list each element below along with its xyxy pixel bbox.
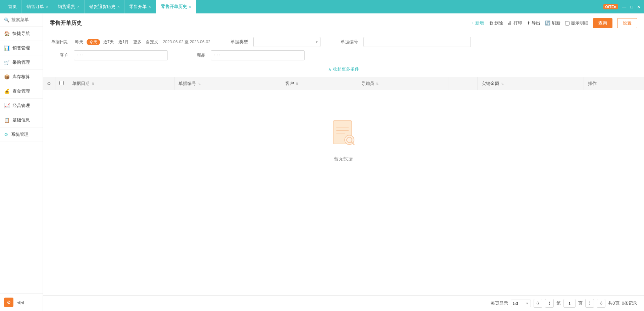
th-customer[interactable]: 客户 ⇅ xyxy=(281,77,357,90)
tab-return-close[interactable]: × xyxy=(77,5,79,9)
window-maximize[interactable]: □ xyxy=(630,4,633,9)
show-detail-input[interactable] xyxy=(565,21,569,25)
date-today[interactable]: 今天 xyxy=(87,39,100,45)
sidebar-item-label: 库存核算 xyxy=(12,74,30,80)
settings-gear-button[interactable]: ⚙ xyxy=(4,298,13,307)
refresh-button[interactable]: 🔄 刷新 xyxy=(545,20,560,26)
tab-retail-history-label: 零售开单历史 xyxy=(161,4,187,10)
th-amount[interactable]: 实销金额 ⇅ xyxy=(478,77,584,90)
query-button[interactable]: 查询 xyxy=(593,18,612,28)
table-header-row: ⚙ 单据日期 ⇅ 单据编号 ⇅ 客户 ⇅ xyxy=(43,77,644,90)
th-checkbox[interactable] xyxy=(55,77,68,90)
sidebar-collapse-button[interactable]: ◀◀ xyxy=(17,300,24,305)
window-close[interactable]: ✕ xyxy=(637,4,641,9)
page-size-select[interactable]: 10 20 50 100 xyxy=(511,300,531,307)
print-button[interactable]: 🖨 打印 xyxy=(508,20,522,26)
collapse-icon: ∧ xyxy=(328,67,332,72)
purchase-icon: 🛒 xyxy=(4,60,10,65)
date-1month[interactable]: 近1月 xyxy=(117,39,130,45)
page-header: 零售开单历史 + 新增 🗑 删除 🖨 打印 ⬆ 导出 🔄 刷新 显示明细 查询 … xyxy=(43,13,644,77)
th-spacer xyxy=(448,77,478,90)
add-button[interactable]: + 新增 xyxy=(472,20,484,26)
sidebar-bottom: ⚙ ◀◀ xyxy=(0,293,43,311)
show-detail-checkbox[interactable]: 显示明细 xyxy=(565,20,588,26)
sidebar-item-label: 资金管理 xyxy=(12,88,30,94)
table-head: ⚙ 单据日期 ⇅ 单据编号 ⇅ 客户 ⇅ xyxy=(43,77,644,90)
page-number-input[interactable] xyxy=(563,299,576,308)
sidebar-item-sales[interactable]: 📊 销售管理 xyxy=(0,41,43,55)
customer-input[interactable]: ··· xyxy=(74,50,168,60)
show-detail-label: 显示明细 xyxy=(571,20,588,26)
th-salesperson-label: 导购员 xyxy=(361,81,374,86)
home-icon: 🏠 xyxy=(4,31,10,36)
prev-page-button[interactable]: ⟨ xyxy=(545,299,554,308)
tab-sales-order[interactable]: 销售订单 × xyxy=(22,0,53,13)
tab-return-history[interactable]: 销货退货历史 × xyxy=(85,0,125,13)
window-minimize[interactable]: — xyxy=(622,4,626,9)
date-yesterday[interactable]: 昨天 xyxy=(74,39,85,45)
sidebar-item-inventory[interactable]: 📦 库存核算 xyxy=(0,70,43,84)
tab-retail-history-close[interactable]: × xyxy=(189,5,191,9)
th-customer-label: 客户 xyxy=(285,81,294,86)
table-body: 暂无数据 xyxy=(43,90,644,189)
sidebar-item-operation[interactable]: 📈 经营管理 xyxy=(0,99,43,113)
tab-retail-close[interactable]: × xyxy=(149,5,151,9)
sidebar-item-basic[interactable]: 📋 基础信息 xyxy=(0,113,43,127)
type-filter-label: 单据类型 xyxy=(229,39,248,45)
goods-filter-label: 商品 xyxy=(187,52,205,58)
th-number[interactable]: 单据编号 ⇅ xyxy=(175,77,281,90)
sales-icon: 📊 xyxy=(4,45,10,51)
empty-illustration xyxy=(327,117,360,151)
tab-return-history-label: 销货退货历史 xyxy=(89,4,115,10)
page-title: 零售开单历史 xyxy=(50,20,82,27)
tab-home[interactable]: 首页 xyxy=(3,0,22,13)
settings-button[interactable]: 设置 xyxy=(617,18,637,28)
basic-icon: 📋 xyxy=(4,117,10,123)
tab-sales-order-label: 销售订单 xyxy=(27,4,44,10)
last-page-button[interactable]: ⟩⟩ xyxy=(597,299,605,308)
select-all-checkbox[interactable] xyxy=(59,81,64,85)
sidebar: 🔍 搜索菜单 🏠 快捷导航 📊 销售管理 🛒 采购管理 📦 库存核算 💰 资金管… xyxy=(0,13,43,311)
date-7days[interactable]: 近7天 xyxy=(102,39,115,45)
sidebar-item-label: 经营管理 xyxy=(12,103,30,109)
number-input[interactable] xyxy=(363,37,471,47)
type-select[interactable] xyxy=(253,37,320,47)
sidebar-item-label: 系统管理 xyxy=(11,132,29,138)
number-filter-label: 单据编号 xyxy=(339,39,358,45)
tab-retail-history[interactable]: 零售开单历史 × xyxy=(156,0,196,13)
th-date[interactable]: 单据日期 ⇅ xyxy=(68,77,175,90)
sidebar-search[interactable]: 🔍 搜索菜单 xyxy=(0,13,43,27)
sidebar-item-finance[interactable]: 💰 资金管理 xyxy=(0,84,43,99)
date-custom[interactable]: 自定义 xyxy=(145,39,159,45)
collapse-link[interactable]: ∧ 收起更多条件 xyxy=(50,64,637,74)
customer-filter-label: 客户 xyxy=(50,52,68,58)
goods-input[interactable]: ··· xyxy=(211,50,305,60)
date-more[interactable]: 更多 xyxy=(132,39,143,45)
inventory-icon: 📦 xyxy=(4,74,10,80)
tab-return-history-close[interactable]: × xyxy=(117,5,119,9)
th-settings[interactable]: ⚙ xyxy=(43,77,55,90)
tab-retail[interactable]: 零售开单 × xyxy=(125,0,156,13)
next-page-button[interactable]: ⟩ xyxy=(585,299,594,308)
empty-text: 暂无数据 xyxy=(334,156,353,162)
date-range-display: 2023-06-02 至 2023-06-02 xyxy=(163,39,210,45)
tab-return[interactable]: 销货退货 × xyxy=(53,0,84,13)
tab-sales-order-close[interactable]: × xyxy=(46,5,48,9)
sidebar-item-label: 基础信息 xyxy=(12,117,30,123)
th-salesperson[interactable]: 导购员 ⇅ xyxy=(357,77,448,90)
first-page-button[interactable]: ⟨⟨ xyxy=(534,299,542,308)
toolbar: + 新增 🗑 删除 🖨 打印 ⬆ 导出 🔄 刷新 显示明细 查询 设置 xyxy=(472,18,637,28)
sidebar-item-system[interactable]: ⚙ 系统管理 xyxy=(0,127,43,142)
th-number-label: 单据编号 xyxy=(179,81,196,86)
tab-home-label: 首页 xyxy=(8,4,17,10)
date-quick-group: 昨天 今天 近7天 近1月 更多 自定义 2023-06-02 至 2023-0… xyxy=(74,39,210,45)
table-container: ⚙ 单据日期 ⇅ 单据编号 ⇅ 客户 ⇅ xyxy=(43,77,644,295)
export-button[interactable]: ⬆ 导出 xyxy=(527,20,541,26)
sidebar-item-quick-nav[interactable]: 🏠 快捷导航 xyxy=(0,27,43,41)
collapse-text: 收起更多条件 xyxy=(333,66,359,72)
goods-dots: ··· xyxy=(214,51,221,58)
sidebar-item-purchase[interactable]: 🛒 采购管理 xyxy=(0,55,43,70)
customer-sort-icon: ⇅ xyxy=(296,82,298,86)
delete-button[interactable]: 🗑 删除 xyxy=(489,20,503,26)
total-text: 共0页, 0条记录 xyxy=(608,300,637,306)
